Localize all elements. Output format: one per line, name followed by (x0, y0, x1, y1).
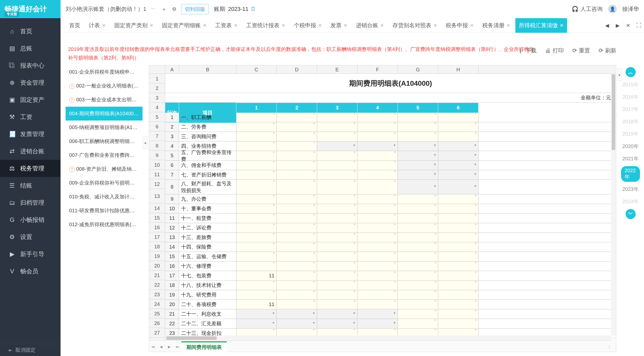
cell[interactable]: * (398, 319, 438, 328)
cell[interactable]: * (277, 300, 317, 309)
cell[interactable]: * (277, 261, 317, 271)
report-item[interactable]: 006-职工薪酬纳税调整明细… (66, 134, 143, 148)
cell[interactable]: * (277, 271, 317, 280)
cell[interactable]: * (277, 309, 317, 319)
row-header-20[interactable]: 20 (149, 261, 165, 271)
tab-存货别名对照表[interactable]: 存货别名对照表✕ (389, 18, 441, 33)
tab-固定资产明细账[interactable]: 固定资产明细账✕ (158, 18, 210, 33)
cell[interactable]: * (438, 113, 479, 122)
cell[interactable]: * (317, 319, 357, 328)
year-2024年[interactable]: 2024年 (622, 197, 639, 206)
cell[interactable]: * (277, 281, 317, 290)
row-header-7[interactable]: 7 (149, 131, 165, 141)
close-icon[interactable]: ✕ (203, 23, 207, 28)
row-header-26[interactable]: 26 (149, 318, 165, 328)
cell[interactable]: * (357, 161, 398, 170)
nav-item-结账[interactable]: ☰结账 (0, 177, 61, 194)
report-item[interactable]: 007-广告费和业务宣传费跨… (66, 148, 143, 162)
row-header-11[interactable]: 11 (149, 170, 165, 179)
year-2018年[interactable]: 2018年 (622, 117, 639, 127)
sheet-corner[interactable] (149, 65, 165, 74)
active-sheet-tab[interactable]: 期间费用明细表 (181, 341, 227, 352)
close-icon[interactable]: ✕ (470, 23, 474, 28)
cell[interactable]: * (398, 271, 438, 280)
cell[interactable]: * (398, 214, 438, 223)
cell[interactable]: * (438, 223, 479, 232)
gear-icon[interactable]: ⚙ (172, 6, 177, 12)
row-header-23[interactable]: 23 (149, 290, 165, 299)
row-header-25[interactable]: 25 (149, 309, 165, 318)
row-header-5[interactable]: 5 (149, 112, 165, 122)
refresh-button[interactable]: ⟳刷新 (599, 47, 616, 54)
cell[interactable]: * (357, 281, 398, 290)
col-header-A[interactable]: A (165, 65, 179, 74)
cell[interactable]: * (357, 233, 398, 242)
tab-发票[interactable]: 发票✕ (327, 18, 351, 33)
cell[interactable]: * (236, 214, 277, 223)
cell[interactable]: * (236, 223, 277, 232)
cell[interactable]: * (317, 132, 357, 141)
cell[interactable]: * (277, 141, 317, 151)
nav-item-畅会员[interactable]: V畅会员 (0, 263, 61, 280)
nav-item-固定资产[interactable]: ▣固定资产 (0, 91, 61, 108)
tab-工资统计报表[interactable]: 工资统计报表✕ (243, 18, 289, 33)
cell[interactable]: * (438, 290, 479, 300)
cell[interactable]: * (398, 309, 438, 319)
col-header-F[interactable]: F (357, 65, 398, 74)
nav-item-工资[interactable]: ⚒工资 (0, 108, 61, 126)
cell[interactable]: * (357, 151, 398, 160)
cell[interactable]: * (277, 132, 317, 141)
cell[interactable]: * (357, 113, 398, 122)
year-2021年[interactable]: 2021年 (622, 154, 639, 164)
nav-item-归档管理[interactable]: 🗂归档管理 (0, 194, 61, 211)
cell[interactable]: * (357, 194, 398, 204)
close-icon[interactable]: ✕ (507, 23, 510, 28)
cell[interactable]: * (277, 194, 317, 204)
cell[interactable]: * (277, 233, 317, 242)
nav-item-发票管理[interactable]: 🧾发票管理 (0, 126, 61, 143)
cell[interactable]: * (398, 261, 438, 271)
cell[interactable]: * (357, 261, 398, 271)
cell[interactable]: * (438, 309, 479, 319)
cell[interactable]: * (236, 252, 277, 261)
tab-首页[interactable]: 首页 (66, 18, 84, 33)
cell[interactable]: * (438, 319, 479, 328)
cell[interactable]: * (317, 122, 357, 132)
cell[interactable]: * (236, 180, 277, 194)
report-item[interactable]: ?003-一般企业成本支出明细… (66, 93, 143, 107)
close-icon[interactable]: ✕ (318, 23, 322, 28)
cell[interactable]: * (438, 252, 479, 261)
year-2022年[interactable]: 2022年 (621, 166, 640, 182)
calendar-icon[interactable]: 🗓 (250, 6, 256, 12)
cell[interactable]: * (317, 214, 357, 223)
cell[interactable]: * (236, 290, 277, 300)
cell[interactable]: * (398, 170, 438, 180)
cell[interactable]: * (357, 252, 398, 261)
cell[interactable]: * (438, 233, 479, 242)
cell[interactable]: * (398, 194, 438, 204)
nav-unpin[interactable]: ⇤取消固定 (0, 344, 61, 356)
cell[interactable]: * (317, 161, 357, 170)
col-header-D[interactable]: D (277, 65, 317, 74)
cell[interactable]: * (317, 242, 357, 252)
cell[interactable]: * (277, 113, 317, 122)
cell[interactable]: * (277, 252, 317, 261)
cell[interactable]: * (357, 319, 398, 328)
close-icon[interactable]: ✕ (102, 23, 106, 28)
cell[interactable]: * (438, 161, 479, 170)
cell[interactable]: * (357, 309, 398, 319)
cell[interactable]: * (277, 151, 317, 160)
nav-item-资金管理[interactable]: ⊕资金管理 (0, 74, 61, 91)
cell[interactable]: * (317, 223, 357, 232)
cell[interactable]: * (438, 122, 479, 132)
tab-计表[interactable]: 计表✕ (85, 18, 109, 33)
row-header-24[interactable]: 24 (149, 299, 165, 309)
report-item[interactable]: 011-研发费用加计扣除优惠… (66, 204, 143, 218)
cell[interactable]: * (398, 113, 438, 122)
tab-所得税汇算清缴[interactable]: 所得税汇算清缴✕ (515, 18, 567, 33)
cell[interactable]: * (317, 194, 357, 204)
report-item[interactable]: 004-期间费用明细表(A10400… (66, 107, 143, 121)
cell[interactable]: * (438, 281, 479, 290)
cell[interactable]: * (438, 242, 479, 252)
cell[interactable]: * (438, 271, 479, 280)
